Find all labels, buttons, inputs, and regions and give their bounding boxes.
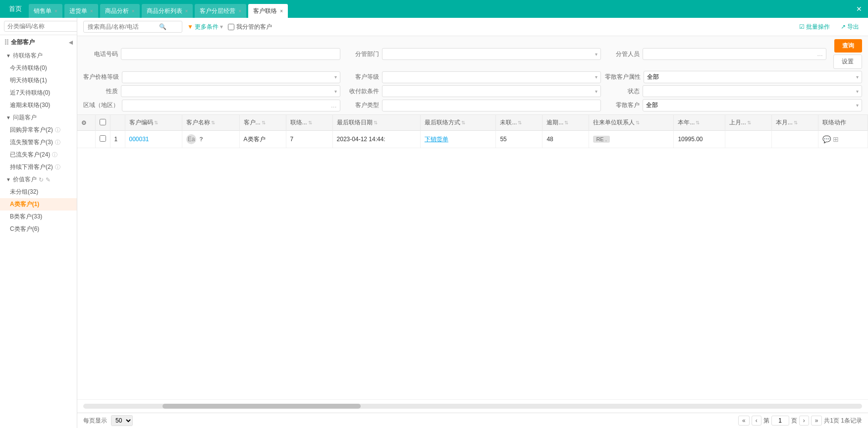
cell-this-month (771, 131, 818, 148)
cell-overdue: 48 (542, 131, 589, 148)
row-checkbox[interactable] (100, 135, 106, 142)
edit-icon[interactable]: ✎ (46, 176, 51, 183)
cell-checkbox[interactable] (95, 131, 110, 148)
th-name[interactable]: 客户名称⇅ (182, 115, 240, 131)
sidebar-item-b-class[interactable]: B类客户(33) (0, 211, 77, 223)
sidebar-item-c-class[interactable]: C类客户(6) (0, 223, 77, 235)
nav-tab-crm[interactable]: 客户分层经营 × (195, 4, 246, 18)
nav-tab-analyticslist-close[interactable]: × (185, 8, 188, 14)
th-overdue[interactable]: 逾期...⇅ (542, 115, 589, 131)
nav-home[interactable]: 首页 (4, 0, 27, 18)
sidebar-group-problem[interactable]: ▼ 问题客户 (0, 111, 77, 124)
sidebar-item-repurchase-anomaly[interactable]: 回购异常客户(2) ⓘ (0, 124, 77, 136)
sidebar-item-overdue[interactable]: 逾期未联络(30) (0, 99, 77, 111)
search-box[interactable]: 🔍 (83, 21, 182, 33)
sidebar: 🔍 ⠿ 全部客户 ◀ ▼ 待联络客户 今天待联络(0) 明天待联络(1) 近7天… (0, 18, 77, 428)
next-page-btn[interactable]: › (799, 416, 809, 426)
nav-tab-analytics[interactable]: 商品分析 × (100, 4, 140, 18)
sidebar-item-churned[interactable]: 已流失客户(24) ⓘ (0, 149, 77, 161)
my-customers-checkbox[interactable] (228, 24, 234, 30)
filter-customer-level-select[interactable]: ▾ (382, 71, 601, 83)
th-this-month[interactable]: 本月...⇅ (771, 115, 818, 131)
query-button[interactable]: 查询 (834, 39, 862, 53)
filter-price-level-select[interactable]: ▾ (122, 71, 340, 83)
nav-tab-contact[interactable]: 客户联络 × (248, 4, 288, 18)
th-type[interactable]: 客户...⇅ (239, 115, 286, 131)
search-icon[interactable]: 🔍 (159, 23, 166, 30)
sidebar-item-declining[interactable]: 持续下滑客户(2) ⓘ (0, 161, 77, 173)
filter-payment-select[interactable]: ▾ (382, 85, 601, 97)
th-last-date[interactable]: 最后联络日期⇅ (332, 115, 420, 131)
sidebar-item-tomorrow[interactable]: 明天待联络(1) (0, 74, 77, 87)
export-btn[interactable]: ↗ 导出 (838, 22, 862, 32)
cell-code[interactable]: 000031 (125, 131, 182, 148)
filter-retail-attr-select[interactable]: 全部 ▾ (644, 71, 862, 83)
dots-person[interactable]: … (817, 51, 823, 57)
sidebar-item-churn-warning[interactable]: 流失预警客户(3) ⓘ (0, 136, 77, 149)
scrollbar-thumb[interactable] (163, 404, 361, 409)
more-filter-label: 更多条件 (195, 23, 218, 31)
my-customers-label: 我分管的客户 (236, 23, 272, 31)
sidebar-item-a-class[interactable]: A类客户(1) (0, 198, 77, 211)
page-size-select[interactable]: 50 (111, 415, 133, 426)
filter-nature-select[interactable]: ▾ (121, 85, 340, 97)
scrollbar-track[interactable] (83, 404, 862, 409)
filter-phone-input[interactable] (121, 48, 340, 60)
sidebar-item-7days[interactable]: 近7天待联络(0) (0, 87, 77, 99)
nav-tab-contact-close[interactable]: × (280, 8, 283, 14)
prev-page-btn[interactable]: ‹ (752, 416, 761, 426)
filter-person-label: 分管人员 (605, 50, 640, 58)
sidebar-group-value[interactable]: ▼ 价值客户 ↻ ✎ (0, 173, 77, 186)
chat-action-icon[interactable]: 💬 (822, 135, 831, 143)
filter-dept-select[interactable]: ▾ (382, 48, 601, 60)
th-settings[interactable]: ⚙ (77, 115, 95, 131)
dots-region[interactable]: … (331, 102, 337, 109)
customer-avatar: Ea (186, 134, 196, 144)
grid-action-icon[interactable]: ⊞ (833, 135, 839, 143)
sidebar-search-input[interactable] (4, 21, 77, 32)
cell-last-way[interactable]: 下销货单 (420, 131, 496, 148)
th-unit-contact[interactable]: 往来单位联系人⇅ (589, 115, 674, 131)
nav-tab-purchase[interactable]: 进货单 × (64, 4, 98, 18)
th-last-month[interactable]: 上月...⇅ (725, 115, 771, 131)
page-number-input[interactable] (771, 416, 789, 426)
search-input[interactable] (88, 23, 157, 30)
nav-tab-analyticslist[interactable]: 商品分析列表 × (142, 4, 193, 18)
th-code[interactable]: 客户编码⇅ (125, 115, 182, 131)
nav-tab-analytics-close[interactable]: × (132, 8, 135, 14)
nav-tab-salesorder[interactable]: 销售单 × (29, 4, 62, 18)
th-not-contact[interactable]: 未联...⇅ (496, 115, 542, 131)
nav-tab-purchase-close[interactable]: × (90, 8, 93, 14)
my-customers-checkbox-label[interactable]: 我分管的客户 (228, 23, 272, 31)
sidebar-item-today[interactable]: 今天待联络(0) (0, 62, 77, 74)
sidebar-item-tomorrow-label: 明天待联络(1) (10, 76, 47, 85)
filter-region-input[interactable]: … (122, 100, 340, 111)
th-contact[interactable]: 联络...⇅ (286, 115, 332, 131)
first-page-btn[interactable]: « (738, 416, 750, 426)
sort-icon-last-way: ⇅ (461, 120, 465, 125)
filter-dept: 分管部门 ▾ (344, 48, 601, 60)
last-way-link[interactable]: 下销货单 (425, 136, 448, 143)
window-close-button[interactable]: ✕ (854, 3, 864, 15)
filter-retail-select[interactable]: 全部 ▾ (643, 99, 862, 111)
th-contact-label: 联络... (290, 119, 307, 126)
th-last-way[interactable]: 最后联络方式⇅ (420, 115, 496, 131)
sidebar-all-customers[interactable]: ⠿ 全部客户 ◀ (0, 35, 77, 50)
batch-ops-btn[interactable]: ☑ 批量操作 (796, 22, 833, 32)
select-all-checkbox[interactable] (100, 119, 106, 125)
th-checkbox[interactable] (95, 115, 110, 131)
nav-tab-crm-close[interactable]: × (238, 8, 241, 14)
top-nav: 首页 销售单 × 进货单 × 商品分析 × 商品分析列表 × 客户分层经营 × … (0, 0, 868, 18)
refresh-icon[interactable]: ↻ (39, 176, 44, 183)
filter-person-input[interactable]: … (643, 48, 826, 60)
more-filter-btn[interactable]: ▼ 更多条件 ▾ (187, 23, 223, 31)
th-this-year[interactable]: 本年...⇅ (674, 115, 725, 131)
sidebar-item-ungroup[interactable]: 未分组(32) (0, 186, 77, 198)
filter-cust-type-input[interactable] (382, 100, 601, 111)
last-page-btn[interactable]: » (811, 416, 822, 426)
filter-status-select[interactable]: ▾ (643, 85, 862, 97)
setting-button[interactable]: 设置 (833, 54, 862, 69)
sidebar-group-pending[interactable]: ▼ 待联络客户 (0, 50, 77, 62)
nav-tab-salesorder-close[interactable]: × (54, 8, 57, 14)
cell-this-year: 10995.00 (674, 131, 725, 148)
